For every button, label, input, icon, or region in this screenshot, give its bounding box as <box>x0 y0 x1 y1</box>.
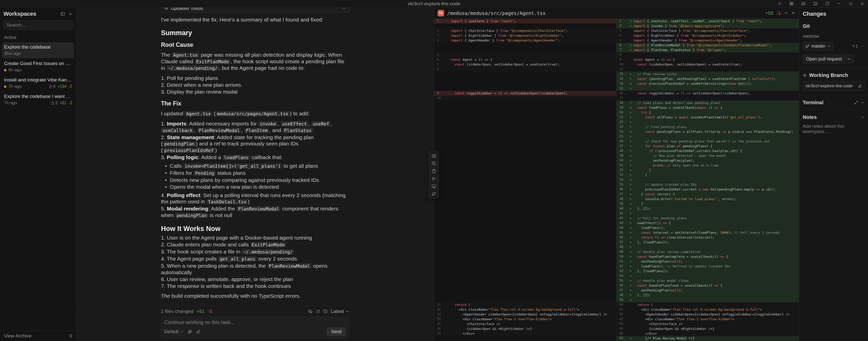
workspace-item[interactable]: Explore the codebase I want you to ex…7h… <box>2 92 74 107</box>
attach-icon[interactable] <box>188 330 192 334</box>
diff-right-cell[interactable]: 4import { RightSidebar } from "@/compone… <box>616 33 799 38</box>
diff-left-cell[interactable]: 4import { AgentHeader } from "@/componen… <box>434 38 616 43</box>
diff-right-cell[interactable]: 44+ loadPlans(); <box>616 225 799 230</box>
diff-left-cell[interactable] <box>434 288 616 293</box>
diff-right-cell[interactable]: 50+ const handlePlanComplete = useCallba… <box>616 254 799 259</box>
diff-left-cell[interactable] <box>434 134 616 139</box>
diff-left-cell[interactable] <box>434 120 616 124</box>
message-input[interactable] <box>164 319 346 325</box>
diff-left-cell[interactable]: 8 <box>434 67 616 71</box>
diff-left-cell[interactable]: 5 <box>434 52 616 57</box>
diff-left-cell[interactable] <box>434 249 616 254</box>
version-dropdown[interactable]: Latest <box>331 309 349 314</box>
diff-left-cell[interactable]: 15 <ChatInterface /> <box>434 321 616 326</box>
panel-bottom-icon[interactable] <box>801 2 805 6</box>
diff-left-cell[interactable] <box>434 211 616 216</box>
diff-right-cell[interactable]: 41+ <box>616 211 799 216</box>
diff-right-cell[interactable]: 24+ const pendingPlans = allPlans.filter… <box>616 129 799 134</box>
diff-left-cell[interactable]: 17 </div> <box>434 331 616 336</box>
diff-right-cell[interactable]: 35+ // Update tracked plan IDs <box>616 182 799 187</box>
diff-right-cell[interactable]: 33+ } <box>616 173 799 177</box>
diff-right-cell[interactable]: 13+ const [pendingPlan, setPendingPlan] … <box>616 76 799 81</box>
search-input[interactable] <box>6 22 70 28</box>
base-branch-selector[interactable]: master <box>803 42 833 50</box>
diff-left-cell[interactable] <box>434 86 616 91</box>
diff-right-cell[interactable]: 67+ {/* Plan Review Modal */} <box>616 336 799 341</box>
diff-right-cell[interactable]: 45+ const interval = setInterval(loadPla… <box>616 230 799 235</box>
diff-left-cell[interactable] <box>434 100 616 105</box>
clipboard-icon[interactable] <box>430 168 437 174</box>
refresh-icon[interactable] <box>825 2 829 6</box>
diff-left-cell[interactable] <box>434 81 616 86</box>
play-icon[interactable] <box>430 175 437 182</box>
diff-left-cell[interactable] <box>434 240 616 245</box>
diff-left-cell[interactable] <box>434 48 616 52</box>
diff-right-cell[interactable]: 28+ if (!previousPlanIdsRef.current.has(… <box>616 149 799 153</box>
diff-left-cell[interactable] <box>434 274 616 278</box>
diff-right-cell[interactable]: 61 <div className="flex flex-col h-scree… <box>616 307 799 312</box>
diff-right-cell[interactable]: 32+ } <box>616 168 799 173</box>
diff-right-cell[interactable]: 42+ // Poll for pending plans <box>616 216 799 221</box>
diff-left-cell[interactable] <box>434 124 616 129</box>
notes-header[interactable]: Notes <box>803 114 864 120</box>
diff-right-cell[interactable]: 17 <box>616 96 799 100</box>
diff-left-cell[interactable] <box>434 144 616 149</box>
workspace-item[interactable]: Create Good First Issues on Github So…6h… <box>2 59 74 74</box>
diff-right-cell[interactable]: 39+ } <box>616 202 799 206</box>
diff-right-cell[interactable]: 27+ for (const plan of pendingPlans) { <box>616 144 799 149</box>
git-branch-icon[interactable] <box>430 190 437 197</box>
view-archive[interactable]: View Archive 0 <box>0 330 76 341</box>
diff-right-cell[interactable]: 21+ const allPlans = await invoke<PlanIt… <box>616 115 799 120</box>
diff-right-cell[interactable]: 66 </div> <box>616 331 799 336</box>
edit-branch-icon[interactable] <box>858 84 862 88</box>
diff-left-cell[interactable] <box>434 173 616 177</box>
diff-right-cell[interactable]: 8 <box>616 52 799 57</box>
diff-right-cell[interactable]: 48+ <box>616 245 799 249</box>
toggle-visibility-icon[interactable] <box>308 309 313 314</box>
collapse-diff-icon[interactable] <box>784 11 788 15</box>
maximize-icon[interactable] <box>849 2 852 6</box>
layout-grid-icon[interactable] <box>789 2 794 6</box>
split-view-icon[interactable] <box>430 153 437 159</box>
diff-left-cell[interactable] <box>434 216 616 221</box>
diff-right-cell[interactable]: 64 <ChatInterface /> <box>616 321 799 326</box>
diff-left-cell[interactable] <box>434 283 616 288</box>
diff-left-cell[interactable]: 3import { RightSidebar } from "@/compone… <box>434 33 616 38</box>
model-selector[interactable]: Default <box>164 329 184 334</box>
diff-left-cell[interactable] <box>434 182 616 187</box>
diff-left-cell[interactable] <box>434 43 616 48</box>
pause-icon[interactable] <box>777 2 782 6</box>
diff-right-cell[interactable]: 6+import { PlanReviewModal } from "@/com… <box>616 43 799 48</box>
diff-right-cell[interactable]: 49+ // Handle plan review completion <box>616 249 799 254</box>
diff-left-cell[interactable] <box>434 158 616 163</box>
diff-left-cell[interactable]: 11 return ( <box>434 302 616 307</box>
diff-right-cell[interactable]: 10 const [sidebarOpen, setSidebarOpen] =… <box>616 62 799 67</box>
diff-left-cell[interactable] <box>434 149 616 153</box>
close-icon[interactable] <box>860 2 864 6</box>
diff-right-cell[interactable]: 19+ const loadPlans = useCallback(async … <box>616 105 799 110</box>
diff-right-cell[interactable]: 14+ const previousPlanIdsRef = useRef<Se… <box>616 81 799 86</box>
collapse-sidebar-icon[interactable] <box>60 12 65 16</box>
diff-left-cell[interactable] <box>434 230 616 235</box>
diff-right-cell[interactable]: 43+ useEffect(() => { <box>616 221 799 225</box>
diff-left-cell[interactable] <box>434 192 616 196</box>
diff-right-cell[interactable]: 12+ // Plan review state <box>616 71 799 76</box>
send-button[interactable]: Send <box>327 328 346 336</box>
diff-left-cell[interactable] <box>434 298 616 302</box>
diff-left-cell[interactable] <box>434 71 616 76</box>
workspace-item[interactable]: Explore the codebase35m ago <box>2 42 74 58</box>
conversation-scroll[interactable]: npm run build 2>&1 | tail -80The build c… <box>76 8 434 306</box>
diff-right-cell[interactable]: 20+ try { <box>616 110 799 115</box>
diff-left-cell[interactable]: 6const Agent = () => { <box>434 57 616 62</box>
terminal-header[interactable]: Terminal <box>803 100 864 105</box>
diff-right-cell[interactable]: 34+ <box>616 177 799 182</box>
close-diff-icon[interactable] <box>791 11 795 15</box>
git-menu-icon[interactable] <box>860 44 864 48</box>
diff-left-cell[interactable] <box>434 264 616 269</box>
diff-left-cell[interactable] <box>434 76 616 81</box>
notes-placeholder[interactable]: Add notes about this workspace… <box>803 124 864 134</box>
edit-icon[interactable] <box>196 330 200 334</box>
diff-right-cell[interactable]: 15+ <box>616 86 799 91</box>
diff-right-cell[interactable]: 62 <AgentHeader sidebarOpen={sidebarOpen… <box>616 312 799 317</box>
diff-right-cell[interactable]: 58+ }, []); <box>616 293 799 298</box>
